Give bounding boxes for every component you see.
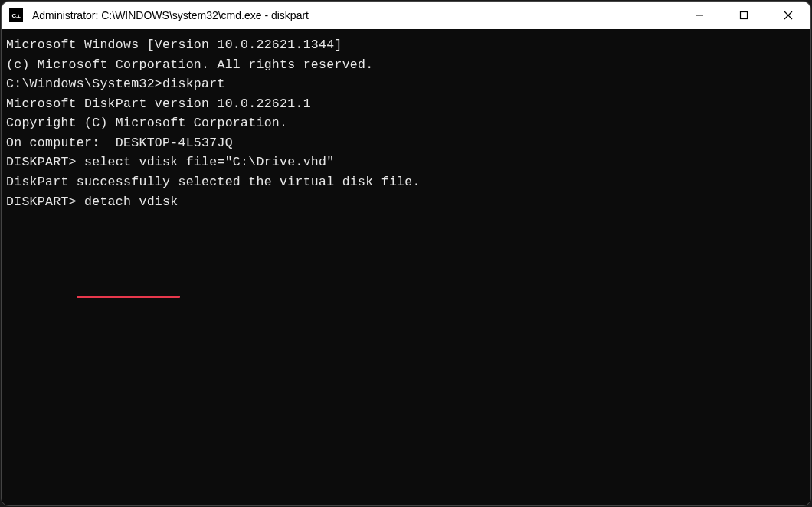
- terminal-line: DISKPART> select vdisk file="C:\Drive.vh…: [6, 152, 806, 172]
- terminal-output[interactable]: Microsoft Windows [Version 10.0.22621.13…: [2, 29, 810, 505]
- window-title: Administrator: C:\WINDOWS\system32\cmd.e…: [32, 9, 309, 21]
- close-button[interactable]: [766, 2, 810, 29]
- terminal-line: C:\Windows\System32>diskpart: [6, 74, 806, 94]
- terminal-line: Microsoft Windows [Version 10.0.22621.13…: [6, 35, 806, 55]
- terminal-line: (c) Microsoft Corporation. All rights re…: [6, 55, 806, 75]
- terminal-line: Copyright (C) Microsoft Corporation.: [6, 113, 806, 133]
- close-icon: [784, 11, 793, 20]
- terminal-line: On computer: DESKTOP-4L537JQ: [6, 133, 806, 153]
- minimize-icon: [695, 11, 704, 20]
- maximize-button[interactable]: [722, 2, 766, 29]
- maximize-icon: [739, 11, 748, 20]
- terminal-line: DISKPART> detach vdisk: [6, 192, 806, 212]
- cmd-icon-label: C:\.: [12, 12, 21, 19]
- highlight-underline: [77, 296, 180, 298]
- window-controls: [677, 2, 810, 29]
- svg-rect-1: [741, 12, 748, 19]
- cmd-window: C:\. Administrator: C:\WINDOWS\system32\…: [2, 2, 810, 505]
- cmd-icon: C:\.: [9, 8, 23, 22]
- terminal-line: Microsoft DiskPart version 10.0.22621.1: [6, 94, 806, 114]
- terminal-line: DiskPart successfully selected the virtu…: [6, 172, 806, 192]
- minimize-button[interactable]: [677, 2, 722, 29]
- titlebar[interactable]: C:\. Administrator: C:\WINDOWS\system32\…: [2, 2, 810, 29]
